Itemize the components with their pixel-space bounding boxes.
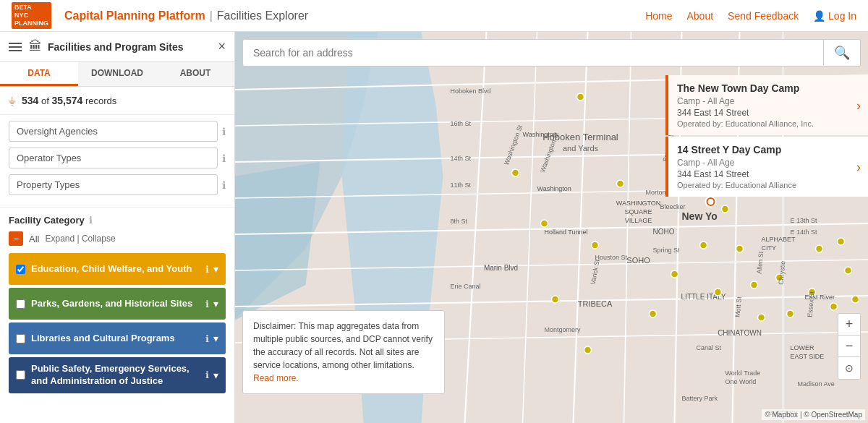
search-input[interactable] — [242, 39, 824, 67]
education-info-icon[interactable]: ℹ — [205, 264, 209, 275]
sidebar-header: 🏛 Facilities and Program Sites × — [0, 32, 234, 62]
close-button[interactable]: × — [218, 39, 226, 54]
expand-collapse-row: − All Expand | Collapse — [9, 231, 226, 246]
svg-text:EAST SIDE: EAST SIDE — [791, 353, 825, 360]
result-operator-2: Operated by: Educational Alliance — [677, 181, 846, 189]
svg-point-52 — [787, 310, 794, 317]
svg-point-40 — [592, 242, 599, 249]
public-safety-checkbox[interactable] — [16, 370, 25, 380]
public-safety-expand-button[interactable]: ▾ — [213, 369, 218, 381]
svg-text:14th St: 14th St — [451, 155, 472, 162]
nav-home[interactable]: Home — [645, 10, 672, 22]
sidebar: 🏛 Facilities and Program Sites × DATA DO… — [0, 32, 235, 423]
svg-point-36 — [577, 93, 584, 101]
map-disclaimer: Disclaimer: This map aggregates data fro… — [242, 310, 445, 394]
svg-text:World Trade: World Trade — [726, 369, 761, 377]
all-minus-button[interactable]: − — [9, 231, 23, 246]
result-card-2[interactable]: 14 Street Y Day Camp Camp - All Age 344 … — [665, 137, 868, 197]
svg-text:LOWER: LOWER — [791, 344, 815, 351]
category-public-safety[interactable]: Public Safety, Emergency Services, and A… — [9, 357, 226, 393]
svg-point-42 — [584, 346, 592, 354]
result-address-1: 344 East 14 Street — [677, 108, 846, 118]
zoom-out-button[interactable]: − — [838, 336, 860, 357]
svg-text:VILLAGE: VILLAGE — [625, 217, 652, 224]
map-attribution: © Mapbox | © OpenStreetMap — [762, 409, 865, 420]
svg-text:16th St: 16th St — [451, 120, 472, 127]
result-type-1: Camp - All Age — [677, 96, 846, 106]
logo-beta: BETA — [14, 4, 48, 12]
svg-text:Marin Blvd: Marin Blvd — [484, 264, 518, 272]
result-type-2: Camp - All Age — [677, 158, 846, 168]
sidebar-menu-icon[interactable] — [9, 43, 22, 51]
tab-data[interactable]: DATA — [0, 62, 78, 86]
education-expand-button[interactable]: ▾ — [213, 263, 218, 275]
oversight-select[interactable]: Oversight Agencies — [9, 121, 218, 142]
filter-total: 35,574 — [51, 95, 82, 106]
property-select[interactable]: Property Types — [9, 174, 218, 195]
svg-text:Spring St: Spring St — [653, 247, 681, 254]
tab-about[interactable]: ABOUT — [156, 62, 234, 86]
filter-of: of — [41, 95, 49, 106]
svg-point-47 — [722, 205, 729, 213]
header-nav: Home About Send Feedback 👤 Log In — [645, 10, 856, 22]
libraries-label: Libraries and Cultural Programs — [31, 333, 205, 345]
compass-button[interactable]: ⊙ — [838, 357, 860, 379]
disclaimer-read-more[interactable]: Read more. — [253, 373, 299, 383]
filter-bar: ⏚ 534 of 35,574 records — [0, 87, 234, 115]
dropdown-section: Oversight Agencies ℹ Operator Types ℹ Pr… — [0, 115, 234, 208]
filter-icon: ⏚ — [9, 94, 16, 107]
zoom-in-button[interactable]: + — [838, 314, 860, 336]
oversight-info-icon[interactable]: ℹ — [222, 126, 226, 137]
property-info-icon[interactable]: ℹ — [222, 179, 226, 191]
app-subtitle: Facilities Explorer — [217, 9, 308, 22]
svg-point-57 — [852, 296, 859, 303]
libraries-info-icon[interactable]: ℹ — [205, 333, 209, 344]
operator-select[interactable]: Operator Types — [9, 148, 218, 168]
svg-text:One World: One World — [726, 378, 757, 385]
result-card[interactable]: The New Town Day Camp Camp - All Age 344… — [665, 75, 868, 135]
svg-text:Battery Park: Battery Park — [682, 395, 718, 402]
public-safety-info-icon[interactable]: ℹ — [205, 369, 209, 380]
search-button[interactable]: 🔍 — [824, 39, 861, 67]
parks-checkbox[interactable] — [16, 299, 25, 309]
svg-text:Montgomery: Montgomery — [545, 326, 582, 333]
svg-point-60 — [708, 199, 714, 205]
libraries-expand-button[interactable]: ▾ — [213, 333, 218, 344]
svg-text:ALPHABET: ALPHABET — [762, 236, 796, 243]
category-education[interactable]: Education, Child Welfare, and Youth ℹ ▾ — [9, 253, 226, 285]
parks-expand-button[interactable]: ▾ — [213, 298, 218, 309]
facility-category-info-icon[interactable]: ℹ — [89, 215, 93, 226]
logo-nyc: NYC — [14, 12, 48, 20]
svg-text:E 13th St: E 13th St — [791, 217, 818, 224]
category-libraries[interactable]: Libraries and Cultural Programs ℹ ▾ — [9, 322, 226, 354]
education-label: Education, Child Welfare, and Youth — [31, 263, 205, 275]
map-area: Hoboken Terminal and Yards New Yo TRIBEC… — [235, 32, 868, 423]
logo-box: BETA NYC PLANNING — [12, 2, 51, 28]
main-content: 🏛 Facilities and Program Sites × DATA DO… — [0, 32, 868, 423]
svg-point-45 — [700, 242, 707, 249]
title-divider: | — [210, 9, 213, 22]
parks-info-icon[interactable]: ℹ — [205, 299, 209, 309]
result-title-2: 14 Street Y Day Camp — [677, 144, 846, 155]
svg-point-58 — [838, 238, 845, 245]
map-background[interactable]: Hoboken Terminal and Yards New Yo TRIBEC… — [235, 32, 868, 423]
svg-text:11th St: 11th St — [451, 181, 472, 189]
education-checkbox[interactable] — [16, 265, 25, 274]
svg-text:New Yo: New Yo — [682, 210, 718, 222]
header: BETA NYC PLANNING Capital Planning Platf… — [0, 0, 868, 32]
result-cards: The New Town Day Camp Camp - All Age 344… — [665, 75, 868, 198]
app-title: Capital Planning Platform — [64, 9, 205, 22]
disclaimer-text: Disclaimer: This map aggregates data fro… — [253, 321, 433, 370]
tab-download[interactable]: DOWNLOAD — [78, 62, 156, 86]
svg-point-54 — [816, 245, 823, 252]
nav-about[interactable]: About — [687, 10, 714, 22]
parks-label: Parks, Gardens, and Historical Sites — [31, 298, 205, 310]
category-parks[interactable]: Parks, Gardens, and Historical Sites ℹ ▾ — [9, 288, 226, 320]
expand-collapse-link[interactable]: Expand | Collapse — [45, 234, 115, 244]
nav-login[interactable]: 👤 Log In — [813, 10, 856, 22]
nav-feedback[interactable]: Send Feedback — [728, 10, 799, 22]
svg-text:and Yards: and Yards — [563, 144, 599, 153]
operator-info-icon[interactable]: ℹ — [222, 153, 226, 164]
libraries-checkbox[interactable] — [16, 334, 25, 343]
svg-text:SQUARE: SQUARE — [624, 208, 652, 215]
